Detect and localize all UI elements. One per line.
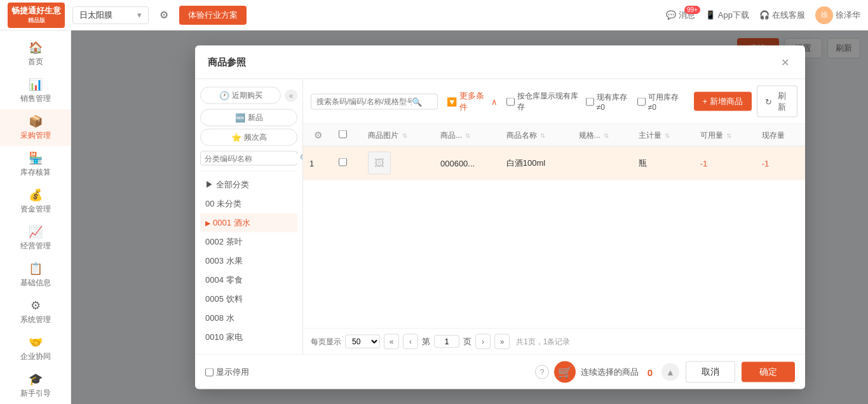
sidebar-label-collab: 企业协同 <box>20 351 51 362</box>
frequent-btn[interactable]: ⭐ 频次高 <box>200 129 297 146</box>
checkbox-available-neq-input[interactable] <box>637 97 646 105</box>
table-row[interactable]: 1 🖼 000600... <box>303 146 805 180</box>
prev-page-btn[interactable]: ‹ <box>403 334 418 349</box>
modal-header: 商品参照 ✕ <box>195 46 805 79</box>
checkbox-stock-neq-input[interactable] <box>586 97 594 105</box>
name-sort-icon: ⇅ <box>540 131 545 138</box>
img-sort-icon: ⇅ <box>402 131 407 138</box>
table-header-row: ⚙ 商品图片 ⇅ <box>303 125 805 147</box>
sidebar-item-purchase[interactable]: 📦 采购管理 <box>0 109 71 146</box>
per-page-label: 每页显示 <box>311 336 341 347</box>
checkbox-stock-neq[interactable]: 现有库存≠0 <box>586 91 632 111</box>
td-unit: 瓶 <box>632 146 694 180</box>
checkbox-stock-neq-label: 现有库存≠0 <box>597 91 632 111</box>
confirm-button[interactable]: 确定 <box>742 362 795 382</box>
checkbox-available-neq[interactable]: 可用库存≠0 <box>637 91 684 111</box>
star-icon: ⭐ <box>231 133 241 142</box>
guide-icon: 🎓 <box>29 372 43 386</box>
checkbox-warehouse-input[interactable] <box>506 97 515 105</box>
select-all-checkbox[interactable] <box>339 130 347 138</box>
sidebar-item-business[interactable]: 📈 经营管理 <box>0 220 71 257</box>
category-search-input[interactable] <box>205 154 300 163</box>
tenant-name: 日太阳膜 <box>79 10 112 21</box>
sidebar-item-guide[interactable]: 🎓 新手引导 <box>0 367 71 404</box>
avatar: 徐 <box>815 6 833 24</box>
th-checkbox <box>332 125 362 147</box>
code-sort-icon: ⇅ <box>465 131 470 138</box>
sidebar-item-home[interactable]: 🏠 首页 <box>0 36 71 72</box>
th-code[interactable]: 商品... ⇅ <box>434 125 500 147</box>
product-search-input[interactable] <box>316 97 412 106</box>
tenant-dropdown[interactable]: 日太阳膜 ▾ <box>72 6 149 24</box>
unit-sort-icon: ⇅ <box>665 131 670 138</box>
sidebar-item-base[interactable]: 📋 基础信息 <box>0 257 71 293</box>
modal-close-button[interactable]: ✕ <box>777 55 792 70</box>
filter-label: 更多条件 <box>459 90 489 113</box>
message-icon: 💬 <box>666 10 676 20</box>
business-icon: 📈 <box>29 225 43 239</box>
message-item[interactable]: 💬 消息 99+ <box>666 10 695 21</box>
add-product-button[interactable]: + 新增商品 <box>694 92 752 111</box>
recent-purchase-btn[interactable]: 🕐 近期购买 <box>200 87 281 104</box>
sidebar-label-business: 经营管理 <box>20 241 51 252</box>
sidebar-item-system[interactable]: ⚙ 系统管理 <box>0 293 71 330</box>
checkbox-warehouse-label: 按仓库显示现有库存 <box>517 91 581 112</box>
checkbox-warehouse[interactable]: 按仓库显示现有库存 <box>506 91 581 112</box>
th-avail[interactable]: 可用量 ⇅ <box>694 125 756 147</box>
next-page-btn[interactable]: › <box>475 334 491 349</box>
category-appliance[interactable]: 0010 家电 <box>200 328 297 347</box>
product-search-icon[interactable]: 🔍 <box>412 97 422 106</box>
filter-button[interactable]: 🔽 更多条件 ∧ <box>443 88 501 116</box>
product-table-wrap: ⚙ 商品图片 ⇅ <box>303 125 805 328</box>
th-name[interactable]: 商品名称 ⇅ <box>500 125 573 147</box>
category-all[interactable]: ▶ 全部分类 <box>200 175 297 194</box>
base-icon: 📋 <box>29 262 43 276</box>
category-snack[interactable]: 0004 零食 <box>200 271 297 290</box>
cart-icon[interactable]: 🛒 <box>554 361 576 383</box>
help-icon[interactable]: ? <box>535 365 549 379</box>
category-liquor[interactable]: ▶ 0001 酒水 <box>200 213 297 232</box>
cancel-button[interactable]: 取消 <box>686 361 735 383</box>
th-unit[interactable]: 主计量 ⇅ <box>632 125 694 147</box>
th-stock[interactable]: 现存量 <box>756 125 805 147</box>
product-reference-modal: 商品参照 ✕ 🕐 近期购买 « 🆕 新品 <box>195 46 805 389</box>
table-gear-icon[interactable]: ⚙ <box>314 130 322 140</box>
th-spec[interactable]: 规格... ⇅ <box>573 125 632 147</box>
filter-collapse-icon: ∧ <box>491 97 498 106</box>
show-disabled-checkbox[interactable]: 显示停用 <box>205 367 249 378</box>
row-checkbox[interactable] <box>339 158 347 166</box>
logo-sub: 精品版 <box>28 17 45 25</box>
refresh-button[interactable]: ↻ 刷新 <box>757 86 797 118</box>
app-download-item[interactable]: 📱 App下载 <box>705 10 749 21</box>
td-checkbox[interactable] <box>332 146 362 180</box>
new-product-label: 新品 <box>248 112 263 123</box>
category-uncategorized[interactable]: 00 未分类 <box>200 194 297 213</box>
new-product-btn[interactable]: 🆕 新品 <box>200 109 297 126</box>
category-tea[interactable]: 0002 茶叶 <box>200 232 297 252</box>
td-name: 白酒100ml <box>500 146 573 180</box>
show-disabled-input[interactable] <box>205 368 214 376</box>
sidebar-label-purchase: 采购管理 <box>20 130 51 141</box>
first-page-btn[interactable]: « <box>384 334 399 349</box>
per-page-select[interactable]: 50 20 100 <box>345 335 380 349</box>
sidebar-item-inventory[interactable]: 🏪 库存核算 <box>0 146 71 183</box>
sidebar-item-sales[interactable]: 📊 销售管理 <box>0 72 71 109</box>
layout: 🏠 首页 📊 销售管理 📦 采购管理 🏪 库存核算 💰 资金管理 📈 经营管理 … <box>0 30 868 404</box>
category-drink[interactable]: 0005 饮料 <box>200 290 297 309</box>
experience-button[interactable]: 体验行业方案 <box>179 6 247 25</box>
category-water[interactable]: 0008 水 <box>200 309 297 328</box>
new-icon: 🆕 <box>235 113 245 123</box>
category-fruit[interactable]: 0003 水果 <box>200 252 297 271</box>
last-page-btn[interactable]: » <box>494 334 510 349</box>
collapse-cart-btn[interactable]: ▲ <box>661 363 679 381</box>
app-label: App下载 <box>718 10 749 21</box>
collapse-left-btn[interactable]: « <box>285 89 297 102</box>
sidebar-item-collab[interactable]: 🤝 企业协同 <box>0 330 71 367</box>
recent-purchase-label: 近期购买 <box>232 90 262 101</box>
user-item[interactable]: 徐 徐泽华 <box>815 6 860 24</box>
service-item[interactable]: 🎧 在线客服 <box>759 10 805 21</box>
page-number-input[interactable] <box>434 335 459 348</box>
sidebar-item-finance[interactable]: 💰 资金管理 <box>0 183 71 220</box>
total-info: 共1页，1条记录 <box>516 336 570 347</box>
settings-icon[interactable]: ⚙ <box>154 5 174 25</box>
